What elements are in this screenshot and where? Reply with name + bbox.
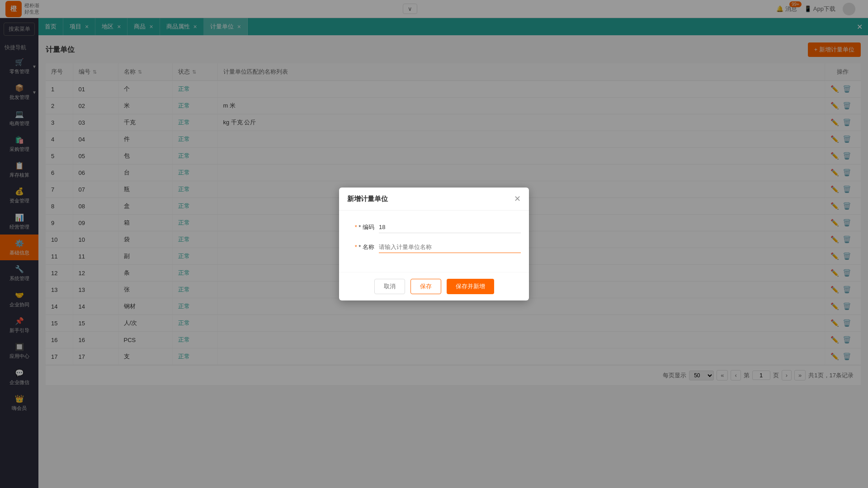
add-unit-modal: 新增计量单位 ✕ * 编码 * 名称 取消 保存 保存并新增: [339, 188, 529, 300]
code-label: * 编码: [347, 223, 379, 231]
modal-footer: 取消 保存 保存并新增: [339, 272, 529, 300]
code-form-row: * 编码: [347, 221, 521, 233]
save-new-button[interactable]: 保存并新增: [447, 279, 494, 294]
name-form-row: * 名称: [347, 241, 521, 253]
save-button[interactable]: 保存: [410, 279, 441, 294]
name-label: * 名称: [347, 243, 379, 251]
name-input[interactable]: [379, 241, 521, 253]
modal-header: 新增计量单位 ✕: [339, 188, 529, 211]
code-input[interactable]: [379, 221, 521, 233]
modal-body: * 编码 * 名称: [339, 211, 529, 272]
modal-close-btn[interactable]: ✕: [514, 194, 521, 204]
modal-overlay[interactable]: 新增计量单位 ✕ * 编码 * 名称 取消 保存 保存并新增: [0, 0, 868, 488]
modal-title: 新增计量单位: [347, 195, 388, 203]
cancel-button[interactable]: 取消: [374, 279, 405, 294]
